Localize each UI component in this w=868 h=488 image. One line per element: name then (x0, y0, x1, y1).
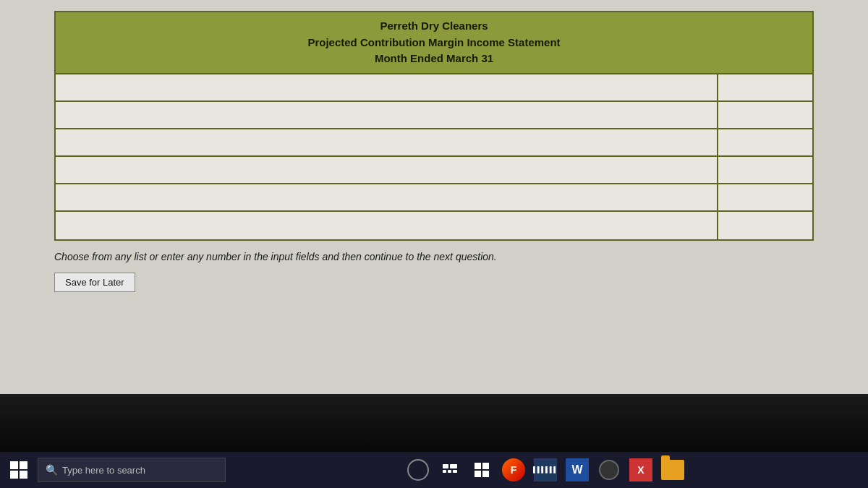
input-row-6-left[interactable] (56, 212, 717, 239)
input-row-2-right[interactable] (718, 102, 812, 128)
taskbar: 🔍 Type here to search (0, 452, 868, 488)
bottom-overlay (0, 394, 868, 452)
input-row-1-left[interactable] (56, 74, 717, 100)
row-3 (56, 129, 717, 157)
browser-button[interactable]: F (499, 454, 528, 486)
main-window: Perreth Dry Cleaners Projected Contribut… (0, 0, 868, 394)
input-row-6-right[interactable] (718, 212, 812, 239)
task-view-icon (443, 464, 457, 476)
search-placeholder-text: Type here to search (62, 465, 145, 476)
search-icon: 🔍 (46, 464, 58, 476)
word-icon: W (566, 458, 589, 481)
statement-title: Projected Contribution Margin Income Sta… (63, 35, 805, 51)
row-4 (56, 157, 717, 184)
input-row-5-right[interactable] (718, 184, 812, 210)
svg-rect-2 (443, 470, 446, 473)
system-icon-button[interactable]: ▌▌▌ ▌▌▌ (531, 454, 560, 486)
row-5 (56, 184, 717, 212)
instructions-content: Choose from any list or enter any number… (54, 251, 497, 262)
save-later-button[interactable]: Save for Later (54, 273, 135, 292)
left-column (56, 74, 718, 239)
apps-grid-icon (475, 463, 489, 477)
svg-rect-1 (450, 464, 457, 468)
input-row-4-left[interactable] (56, 157, 717, 183)
firefox-icon: F (502, 458, 525, 481)
apps-button[interactable] (467, 454, 496, 486)
period: Month Ended March 31 (63, 51, 805, 67)
svg-rect-0 (443, 464, 448, 468)
svg-rect-4 (453, 470, 457, 473)
row-4-right (718, 157, 812, 184)
company-name: Perreth Dry Cleaners (63, 18, 805, 35)
close-app-icon: X (629, 458, 652, 481)
folder-button[interactable] (658, 454, 687, 486)
row-2 (56, 102, 717, 129)
save-later-container: Save for Later (54, 273, 814, 292)
header-section: Perreth Dry Cleaners Projected Contribut… (54, 11, 814, 74)
circle-button[interactable] (595, 454, 624, 486)
right-column (718, 74, 812, 239)
input-row-4-right[interactable] (718, 157, 812, 183)
table-area (54, 74, 814, 241)
row-5-right (718, 184, 812, 212)
cortana-button[interactable] (404, 454, 433, 486)
svg-rect-3 (448, 470, 451, 473)
row-2-right (718, 102, 812, 129)
word-button[interactable]: W (563, 454, 592, 486)
folder-icon (661, 460, 684, 480)
instructions-text: Choose from any list or enter any number… (54, 251, 814, 262)
row-6-right (718, 212, 812, 239)
circle-icon (599, 460, 619, 480)
input-row-3-left[interactable] (56, 129, 717, 155)
spreadsheet-container: Perreth Dry Cleaners Projected Contribut… (54, 11, 814, 241)
row-6 (56, 212, 717, 239)
windows-logo-icon (10, 461, 27, 479)
taskbar-search[interactable]: 🔍 Type here to search (38, 458, 226, 482)
x-button[interactable]: X (626, 454, 655, 486)
row-1 (56, 74, 717, 102)
system-tray-icon: ▌▌▌ ▌▌▌ (534, 458, 557, 481)
taskbar-center-icons: F ▌▌▌ ▌▌▌ W X (226, 454, 865, 486)
start-button[interactable] (3, 454, 35, 486)
input-row-3-right[interactable] (718, 129, 812, 155)
task-view-button[interactable] (435, 454, 464, 486)
row-3-right (718, 129, 812, 157)
input-row-2-left[interactable] (56, 102, 717, 128)
input-row-1-right[interactable] (718, 74, 812, 100)
row-1-right (718, 74, 812, 102)
cortana-circle-icon (407, 459, 429, 481)
input-row-5-left[interactable] (56, 184, 717, 210)
